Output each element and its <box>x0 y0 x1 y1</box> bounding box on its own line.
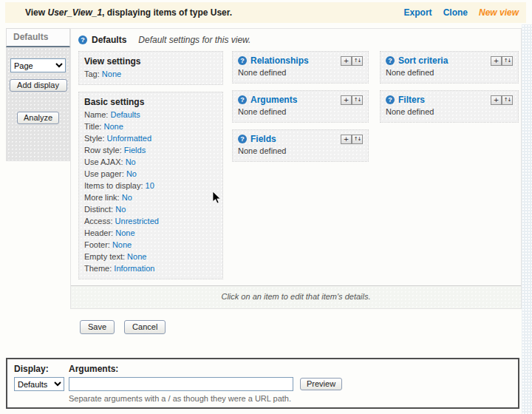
sort-criteria-link[interactable]: Sort criteria <box>398 55 448 66</box>
basic-setting-row: Row style: Fields <box>84 144 217 156</box>
clone-link[interactable]: Clone <box>443 7 468 18</box>
export-link[interactable]: Export <box>404 7 432 18</box>
setting-label: Access: <box>84 217 113 225</box>
setting-value-link[interactable]: No <box>115 205 126 214</box>
rearrange-icon[interactable]: ↑↓ <box>352 56 363 66</box>
rearrange-icon[interactable]: ↑↓ <box>352 95 363 105</box>
basic-setting-row: Items to display: 10 <box>84 180 217 191</box>
setting-label: Items to display: <box>84 181 143 190</box>
display-type-select[interactable]: Page <box>10 58 66 72</box>
arguments-head: ? Arguments + ↑↓ <box>238 95 363 105</box>
arguments-input[interactable] <box>69 377 293 391</box>
rearrange-icon[interactable]: ↑↓ <box>502 56 513 66</box>
fields-box: ? Fields + ↑↓ None defined <box>232 129 369 162</box>
basic-settings-title: Basic settings <box>84 96 217 109</box>
rearrange-icon[interactable]: ↑↓ <box>502 95 513 105</box>
defaults-heading-title: Defaults <box>92 35 126 45</box>
fields-buttons: + ↑↓ <box>341 135 363 144</box>
tag-label: Tag: <box>84 69 100 78</box>
preview-arguments-column: Arguments: Preview Separate arguments wi… <box>69 364 342 403</box>
save-button[interactable]: Save <box>80 320 115 334</box>
relationships-buttons: + ↑↓ <box>341 56 363 66</box>
setting-value-link[interactable]: Defaults <box>110 110 140 119</box>
sort-criteria-status: None defined <box>386 67 513 78</box>
setting-value-link[interactable]: Unformatted <box>107 134 152 143</box>
add-icon[interactable]: + <box>491 95 502 105</box>
setting-label: Use pager: <box>84 169 124 178</box>
filters-box: ? Filters + ↑↓ None defined <box>380 90 519 123</box>
view-name: User_View_1 <box>47 7 102 18</box>
preview-display-select[interactable]: Defaults <box>14 377 64 391</box>
basic-setting-row: Header: None <box>84 227 217 239</box>
setting-label: Distinct: <box>84 205 113 214</box>
arguments-box: ? Arguments + ↑↓ None defined <box>232 90 369 123</box>
relationships-status: None defined <box>238 67 363 78</box>
setting-value-link[interactable]: None <box>115 228 134 237</box>
setting-label: Header: <box>84 228 113 237</box>
setting-value-link[interactable]: None <box>104 122 123 131</box>
setting-label: Row style: <box>84 146 122 155</box>
setting-value-link[interactable]: Unrestricted <box>115 217 159 225</box>
arguments-link[interactable]: Arguments <box>250 95 297 105</box>
arguments-buttons: + ↑↓ <box>341 95 363 105</box>
sort-criteria-box: ? Sort criteria + ↑↓ None defined <box>380 51 519 84</box>
help-icon[interactable]: ? <box>386 56 395 65</box>
sort-criteria-head: ? Sort criteria + ↑↓ <box>386 55 513 66</box>
preview-button[interactable]: Preview <box>300 378 342 390</box>
basic-setting-row: Title: None <box>84 121 217 132</box>
rearrange-icon[interactable]: ↑↓ <box>352 135 363 144</box>
help-icon[interactable]: ? <box>238 56 247 65</box>
tag-row: Tag: None <box>84 68 217 80</box>
help-icon[interactable]: ? <box>238 135 247 143</box>
arguments-input-row: Preview <box>69 377 342 391</box>
help-icon[interactable]: ? <box>386 95 395 104</box>
preview-grid: Display: Defaults Arguments: Preview Sep… <box>14 364 518 403</box>
basic-setting-row: Empty text: None <box>84 251 217 262</box>
add-icon[interactable]: + <box>491 56 502 66</box>
settings-columns: View settings Tag: None Basic settings N… <box>71 51 521 279</box>
help-icon[interactable]: ? <box>78 35 87 44</box>
basic-setting-row: Use AJAX: No <box>84 156 217 168</box>
add-icon[interactable]: + <box>341 135 352 144</box>
add-icon[interactable]: + <box>341 56 352 66</box>
view-title: View User_View_1, displaying items of ty… <box>25 7 232 18</box>
tag-value-link[interactable]: None <box>102 69 121 78</box>
basic-setting-row: Name: Defaults <box>84 109 217 121</box>
arguments-label: Arguments: <box>69 364 342 374</box>
preview-display-column: Display: Defaults <box>14 364 69 403</box>
setting-value-link[interactable]: 10 <box>146 181 154 190</box>
basic-setting-row: Style: Unformatted <box>84 132 217 144</box>
fields-link[interactable]: Fields <box>250 134 276 144</box>
setting-label: Name: <box>84 110 108 119</box>
display-label: Display: <box>14 364 69 374</box>
relationships-link[interactable]: Relationships <box>250 55 309 66</box>
filters-head: ? Filters + ↑↓ <box>386 95 513 105</box>
setting-label: Theme: <box>84 264 112 273</box>
setting-label: Use AJAX: <box>84 157 123 166</box>
setting-value-link[interactable]: No <box>126 157 136 166</box>
column-right: ? Sort criteria + ↑↓ None defined ? Filt… <box>380 51 519 123</box>
cancel-button[interactable]: Cancel <box>124 320 166 334</box>
setting-value-link[interactable]: Information <box>114 264 154 273</box>
analyze-button[interactable]: Analyze <box>17 112 59 124</box>
filters-status: None defined <box>386 106 513 118</box>
defaults-heading: ? Defaults Default settings for this vie… <box>71 29 521 51</box>
tab-defaults[interactable]: Defaults <box>6 28 70 47</box>
basic-settings-box: Basic settings Name: DefaultsTitle: None… <box>78 92 223 279</box>
filters-link[interactable]: Filters <box>398 95 425 105</box>
setting-value-link[interactable]: None <box>127 252 146 261</box>
setting-value-link[interactable]: No <box>122 193 132 202</box>
column-middle: ? Relationships + ↑↓ None defined ? Argu… <box>232 51 369 162</box>
add-display-button[interactable]: Add display <box>10 79 67 92</box>
filters-buttons: + ↑↓ <box>491 95 513 105</box>
setting-value-link[interactable]: Fields <box>124 146 146 155</box>
setting-value-link[interactable]: No <box>126 169 137 178</box>
view-header-bar: View User_View_1, displaying items of ty… <box>5 2 526 23</box>
defaults-heading-note: Default settings for this view. <box>138 35 250 45</box>
new-view-link[interactable]: New view <box>479 7 519 18</box>
add-icon[interactable]: + <box>341 95 352 105</box>
setting-value-link[interactable]: None <box>112 240 132 249</box>
help-icon[interactable]: ? <box>238 95 247 104</box>
form-actions: Save Cancel <box>80 320 166 334</box>
view-settings-title: View settings <box>84 55 217 68</box>
